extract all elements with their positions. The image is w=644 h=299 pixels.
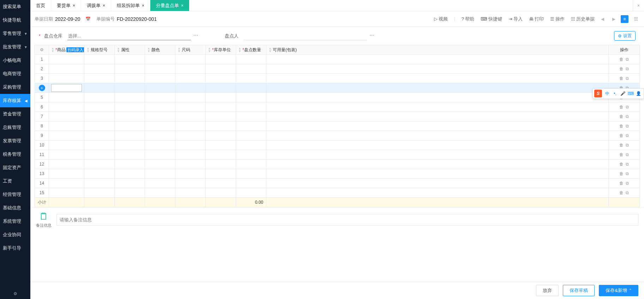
cell-size[interactable]: [175, 179, 206, 188]
copy-row-icon[interactable]: ⧉: [626, 124, 629, 128]
tabs-close-all-icon[interactable]: ×: [633, 0, 644, 11]
table-row[interactable]: 8🗑⧉: [35, 121, 640, 131]
delete-row-icon[interactable]: 🗑: [619, 171, 624, 176]
cell-qty[interactable]: [236, 64, 266, 74]
table-row[interactable]: 6🗑⧉: [35, 102, 640, 112]
sidebar-item[interactable]: 快捷导航: [0, 13, 30, 27]
copy-row-icon[interactable]: ⧉: [626, 76, 629, 81]
cell-qty[interactable]: [236, 150, 266, 160]
cell-attr[interactable]: [115, 169, 145, 179]
copy-row-icon[interactable]: ⧉: [626, 114, 629, 119]
cell-product[interactable]: [49, 150, 84, 160]
col-product[interactable]: ▲▼*商品扫码录入: [49, 45, 84, 55]
close-icon[interactable]: ×: [73, 3, 75, 8]
table-row[interactable]: 11🗑⧉: [35, 150, 640, 160]
shortcut-link[interactable]: ⌨快捷键: [481, 16, 502, 22]
cell-product[interactable]: [49, 131, 84, 140]
sidebar-item[interactable]: 企业协同: [0, 228, 30, 241]
ime-mic-icon[interactable]: 🎤: [619, 91, 627, 96]
copy-row-icon[interactable]: ⧉: [626, 190, 629, 195]
cell-size[interactable]: [175, 112, 206, 121]
tab[interactable]: 分量盘点单×: [150, 0, 189, 11]
col-unit[interactable]: ▲▼*库存单位: [206, 45, 236, 55]
delete-row-icon[interactable]: 🗑: [619, 114, 624, 119]
cell-product[interactable]: [49, 55, 84, 64]
cell-qty[interactable]: [236, 55, 266, 64]
cell-attr[interactable]: [115, 121, 145, 131]
copy-row-icon[interactable]: ⧉: [626, 133, 629, 138]
cell-size[interactable]: [175, 150, 206, 160]
save-draft-button[interactable]: 保存草稿: [563, 285, 595, 296]
close-icon[interactable]: ×: [181, 3, 183, 8]
cell-unit[interactable]: [206, 188, 236, 198]
cell-available[interactable]: [266, 112, 609, 121]
delete-row-icon[interactable]: 🗑: [619, 143, 624, 148]
cell-size[interactable]: [175, 64, 206, 74]
ime-keyboard-icon[interactable]: ⌨: [627, 91, 634, 96]
cell-product[interactable]: [49, 102, 84, 112]
cell-size[interactable]: [175, 102, 206, 112]
cell-size[interactable]: [175, 121, 206, 131]
cell-color[interactable]: [145, 140, 175, 150]
cell-size[interactable]: [175, 55, 206, 64]
col-size[interactable]: ▲▼尺码: [175, 45, 206, 55]
sidebar-item[interactable]: 税务管理: [0, 148, 30, 161]
cell-available[interactable]: [266, 102, 609, 112]
cell-available[interactable]: [266, 188, 609, 198]
cell-size[interactable]: [175, 140, 206, 150]
copy-row-icon[interactable]: ⧉: [626, 143, 629, 148]
video-link[interactable]: ▷视频: [434, 16, 448, 22]
copy-row-icon[interactable]: ⧉: [626, 104, 629, 109]
cell-unit[interactable]: [206, 160, 236, 169]
copy-row-icon[interactable]: ⧉: [626, 171, 629, 176]
calendar-icon[interactable]: 📅: [85, 17, 91, 22]
cell-unit[interactable]: [206, 112, 236, 121]
cell-attr[interactable]: [115, 112, 145, 121]
tab[interactable]: 要货单×: [51, 0, 81, 11]
cell-attr[interactable]: [115, 55, 145, 64]
discard-button[interactable]: 放弃: [536, 285, 559, 296]
sidebar-item[interactable]: 发票管理: [0, 134, 30, 148]
cell-available[interactable]: [266, 74, 609, 83]
cell-available[interactable]: [266, 83, 609, 93]
table-row[interactable]: 14🗑⧉: [35, 179, 640, 188]
cell-available[interactable]: [266, 160, 609, 169]
table-row[interactable]: 15🗑⧉: [35, 188, 640, 198]
cell-unit[interactable]: [206, 83, 236, 93]
cell-unit[interactable]: [206, 64, 236, 74]
sidebar-item[interactable]: 固定资产: [0, 161, 30, 174]
operate-link[interactable]: ☰操作: [550, 16, 565, 22]
cell-unit[interactable]: [206, 131, 236, 140]
delete-row-icon[interactable]: 🗑: [619, 76, 624, 81]
table-row[interactable]: 13🗑⧉: [35, 169, 640, 179]
cell-size[interactable]: [175, 188, 206, 198]
cell-attr[interactable]: [115, 83, 145, 93]
cell-spec[interactable]: [84, 112, 115, 121]
table-row[interactable]: 3🗑⧉: [35, 74, 640, 83]
view-list-icon[interactable]: ≡: [621, 15, 628, 23]
cell-size[interactable]: [175, 169, 206, 179]
col-color[interactable]: ▲▼颜色: [145, 45, 175, 55]
sidebar-item[interactable]: 搜索菜单: [0, 0, 30, 13]
cell-unit[interactable]: [206, 150, 236, 160]
cell-qty[interactable]: [236, 188, 266, 198]
cell-spec[interactable]: [84, 140, 115, 150]
sidebar-item[interactable]: 零售管理▼: [0, 27, 30, 40]
product-cell-input[interactable]: [51, 84, 82, 92]
close-icon[interactable]: ×: [142, 3, 144, 8]
cell-qty[interactable]: [236, 112, 266, 121]
cell-color[interactable]: [145, 150, 175, 160]
delete-row-icon[interactable]: 🗑: [619, 162, 624, 167]
cell-color[interactable]: [145, 169, 175, 179]
person-more-icon[interactable]: ⋯: [369, 32, 374, 38]
table-row[interactable]: 10🗑⧉: [35, 140, 640, 150]
cell-color[interactable]: [145, 121, 175, 131]
cell-product[interactable]: [49, 121, 84, 131]
cell-attr[interactable]: [115, 140, 145, 150]
cell-attr[interactable]: [115, 160, 145, 169]
sidebar-item[interactable]: 系统管理: [0, 215, 30, 228]
cell-spec[interactable]: [84, 188, 115, 198]
delete-row-icon[interactable]: 🗑: [619, 104, 624, 109]
cell-product[interactable]: [49, 140, 84, 150]
cell-attr[interactable]: [115, 150, 145, 160]
